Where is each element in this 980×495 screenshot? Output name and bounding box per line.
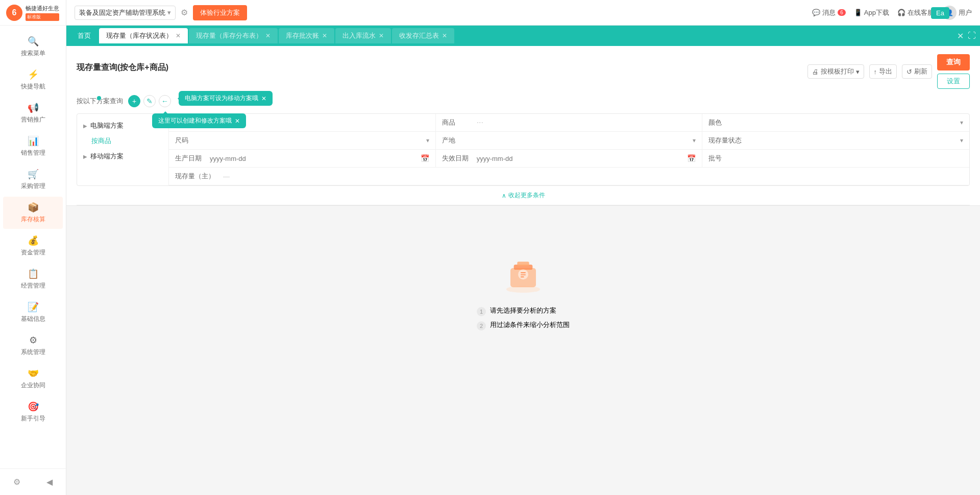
header-right: 💬 消息 6 📱 App下载 🎧 在线客服 👤 用户 Ea	[812, 6, 972, 20]
filter-cell-origin: 产地 ▾	[436, 132, 703, 149]
sidebar-item-enterprise[interactable]: 🤝 企业协同	[3, 363, 63, 395]
tab-close-receive-summary[interactable]: ✕	[442, 32, 447, 39]
filter-cell-color: 颜色 ▾	[702, 114, 969, 131]
sidebar-bottom: ⚙ ◀	[0, 468, 66, 495]
empty-state: 1 请先选择要分析的方案 2 用过滤条件来缩小分析范围	[66, 206, 980, 371]
operations-icon: 📋	[28, 268, 39, 279]
filter-cell-stock-status: 现存量状态 ▾	[702, 132, 969, 149]
solution-button[interactable]: 体验行业方案	[193, 5, 247, 20]
printer-icon: 🖨	[812, 68, 819, 76]
tooltip2-close[interactable]: ✕	[235, 117, 240, 125]
collapse-bar[interactable]: ∧ 收起更多条件	[77, 186, 970, 205]
tab-batch-account[interactable]: 库存批次账 ✕	[279, 28, 334, 43]
filter-cell-prod-date: 生产日期 📅	[169, 150, 436, 167]
basic-icon: 📝	[28, 301, 39, 313]
prod-date-start-input[interactable]	[210, 155, 416, 162]
content-panel: 现存量查询(按仓库+商品) 🖨 按模板打印 ▾ ↑ 导出 ↺ 刷新 查询 设置	[66, 46, 980, 206]
purchase-icon: 🛒	[28, 169, 39, 180]
sidebar-item-quick-nav[interactable]: ⚡ 快捷导航	[3, 64, 63, 96]
tab-close-inventory-distribution[interactable]: ✕	[265, 32, 271, 39]
scheme-group-mobile[interactable]: ▶ 移动端方案	[77, 149, 168, 164]
header: 装备及固定资产辅助管理系统 ▾ ⚙ 体验行业方案 💬 消息 6 📱 App下载 …	[66, 0, 980, 26]
origin-dropdown-icon[interactable]: ▾	[693, 137, 696, 144]
batch-input[interactable]	[743, 155, 963, 162]
tabs-end: ✕ ⛶	[957, 31, 976, 41]
sidebar-item-sales[interactable]: 📊 销售管理	[3, 130, 63, 162]
tabs-close-btn[interactable]: ✕	[957, 31, 964, 41]
tab-close-batch-account[interactable]: ✕	[322, 32, 327, 39]
sidebar-item-finance[interactable]: 💰 资金管理	[3, 230, 63, 262]
online-support-btn[interactable]: 🎧 在线客服	[897, 8, 934, 17]
message-btn[interactable]: 💬 消息 6	[812, 8, 846, 17]
header-left: 装备及固定资产辅助管理系统 ▾ ⚙ 体验行业方案	[75, 5, 247, 20]
settings-button[interactable]: 设置	[937, 74, 970, 89]
sidebar-item-basic[interactable]: 📝 基础信息	[3, 296, 63, 328]
marketing-icon: 📢	[28, 102, 39, 113]
size-dropdown-icon[interactable]: ▾	[426, 137, 429, 144]
add-scheme-btn[interactable]: +	[128, 95, 140, 107]
tab-inventory-status[interactable]: 现存量（库存状况表） ✕	[99, 28, 188, 43]
tab-close-in-out-flow[interactable]: ✕	[379, 32, 384, 39]
stock-status-dropdown-icon[interactable]: ▾	[960, 137, 963, 144]
tabs-expand-btn[interactable]: ⛶	[968, 31, 976, 40]
filter-rows-area: 仓库 ··· 商品 ··· 颜色 ▾	[169, 114, 969, 185]
message-icon: 💬	[812, 9, 820, 16]
scheme-item-by-goods[interactable]: 按商品	[77, 133, 168, 149]
tab-close-inventory-status[interactable]: ✕	[176, 32, 181, 39]
refresh-btn[interactable]: ↺ 刷新	[902, 64, 932, 79]
finance-icon: 💰	[28, 235, 39, 246]
color-dropdown-icon[interactable]: ▾	[960, 119, 963, 126]
system-icon: ⚙	[29, 335, 37, 346]
tab-receive-summary[interactable]: 收发存汇总表 ✕	[392, 28, 454, 43]
empty-tip-2: 2 用过滤条件来缩小分析范围	[477, 320, 570, 331]
header-gear-icon[interactable]: ⚙	[181, 8, 188, 17]
quick-nav-icon: ⚡	[28, 69, 39, 80]
export-btn[interactable]: ↑ 导出	[869, 64, 897, 79]
edit-scheme-btn[interactable]: ✎	[143, 95, 156, 107]
goods-dots[interactable]: ···	[477, 118, 483, 127]
filter-cell-stock-qty: 现存量（主） —	[169, 168, 969, 185]
svg-rect-5	[521, 272, 526, 273]
export-icon: ↑	[874, 68, 877, 76]
sidebar-collapse-btn[interactable]: ◀	[43, 474, 56, 490]
chevron-down-icon: ▾	[856, 68, 860, 76]
svg-rect-7	[521, 276, 524, 277]
sidebar-item-system[interactable]: ⚙ 系统管理	[3, 329, 63, 362]
expire-date-calendar-icon[interactable]: 📅	[687, 154, 696, 162]
expire-date-input[interactable]	[477, 155, 683, 162]
filter-row-3: 生产日期 📅 失效日期 📅 批号	[169, 150, 969, 168]
page-title: 现存量查询(按仓库+商品)	[77, 62, 168, 73]
logo-area: 6 畅捷通好生意 标准版	[0, 0, 66, 26]
sidebar-item-marketing[interactable]: 📢 营销推广	[3, 97, 63, 129]
scheme-group-mobile-label: 移动端方案	[90, 152, 124, 161]
sidebar-item-search-menu[interactable]: 🔍 搜索菜单	[3, 31, 63, 63]
sidebar-nav: 🔍 搜索菜单 ⚡ 快捷导航 📢 营销推广 📊 销售管理 🛒 采购管理 📦 库存核…	[0, 26, 66, 468]
sidebar-settings-btn[interactable]: ⚙	[10, 474, 23, 490]
back-scheme-btn[interactable]: ←	[159, 95, 171, 107]
sidebar-item-guide[interactable]: 🎯 新手引导	[3, 396, 63, 428]
empty-tip-1: 1 请先选择要分析的方案	[477, 306, 570, 316]
prod-date-calendar-icon[interactable]: 📅	[421, 154, 429, 162]
filter-cell-goods: 商品 ···	[436, 114, 703, 131]
main-content: 现存量查询(按仓库+商品) 🖨 按模板打印 ▾ ↑ 导出 ↺ 刷新 查询 设置	[66, 46, 980, 495]
tab-inventory-distribution[interactable]: 现存量（库存分布表） ✕	[189, 28, 278, 43]
empty-tips: 1 请先选择要分析的方案 2 用过滤条件来缩小分析范围	[477, 306, 570, 331]
query-button[interactable]: 查询	[937, 54, 970, 70]
app-download-btn[interactable]: 📱 App下载	[854, 8, 889, 17]
system-name: 装备及固定资产辅助管理系统	[79, 8, 165, 17]
print-btn[interactable]: 🖨 按模板打印 ▾	[807, 64, 864, 79]
tab-home[interactable]: 首页	[70, 28, 98, 43]
filter-row-2: 尺码 ▾ 产地 ▾ 现存量状态 ▾	[169, 132, 969, 150]
inventory-icon: 📦	[28, 202, 39, 213]
svg-rect-6	[521, 274, 526, 275]
system-selector[interactable]: 装备及固定资产辅助管理系统 ▾	[75, 6, 176, 20]
filter-cell-batch: 批号	[702, 150, 969, 167]
sidebar-item-inventory[interactable]: 📦 库存核算	[3, 197, 63, 229]
logo-text: 畅捷通好生意 标准版	[26, 5, 59, 21]
sidebar-item-purchase[interactable]: 🛒 采购管理	[3, 163, 63, 196]
tab-in-out-flow[interactable]: 出入库流水 ✕	[335, 28, 391, 43]
collapse-up-icon: ∧	[502, 192, 506, 199]
filter-cell-expire-date: 失效日期 📅	[436, 150, 703, 167]
sidebar-item-operations[interactable]: 📋 经营管理	[3, 263, 63, 295]
tooltip1-close[interactable]: ✕	[261, 95, 266, 102]
